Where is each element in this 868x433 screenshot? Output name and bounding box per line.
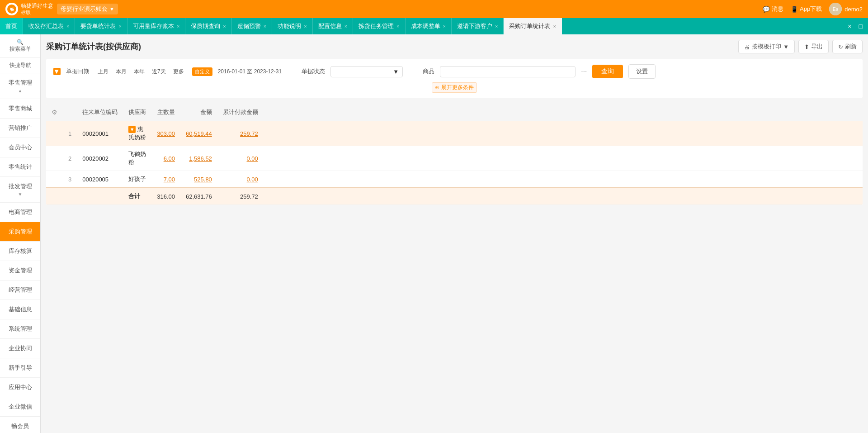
query-button[interactable]: 查询 xyxy=(592,65,623,78)
tab-home[interactable]: 首页 xyxy=(0,18,23,34)
print-button[interactable]: 🖨 按模板打印 ▼ xyxy=(738,40,795,53)
tab-baozhi[interactable]: 保质期查询 × xyxy=(185,18,231,34)
sidebar-item-newbie[interactable]: 新手引导 xyxy=(0,358,40,378)
sidebar-item-operations[interactable]: 经营管理 xyxy=(0,281,40,300)
tab-gongneng[interactable]: 功能说明 × xyxy=(272,18,312,34)
tab-peizhixinxi[interactable]: 配置信息 × xyxy=(313,18,353,34)
cell-supplier: 飞鹤奶粉 xyxy=(123,146,151,171)
tab-shoufacun[interactable]: 收发存汇总表 × xyxy=(23,18,75,34)
close-tab-3[interactable]: × xyxy=(177,24,179,29)
sidebar-search-area[interactable]: 🔍 搜索菜单 xyxy=(0,34,40,58)
tab-chaochu[interactable]: 超储预警 × xyxy=(232,18,272,34)
tab-chengben[interactable]: 成本调整单 × xyxy=(406,18,452,34)
svg-text:Ea: Ea xyxy=(833,7,839,12)
nav-close-btn[interactable]: × xyxy=(846,23,853,30)
expand-more-row: ⊕ 展开更多条件 xyxy=(53,82,855,93)
footer-amount: 62,631.76 xyxy=(180,188,217,205)
goods-input[interactable] xyxy=(440,66,576,77)
gear-icon[interactable]: ⚙ xyxy=(52,109,57,116)
goods-more-btn[interactable]: ··· xyxy=(581,67,587,76)
expand-row-btn[interactable]: ▼ xyxy=(128,126,136,133)
search-menu-button[interactable]: 🔍 搜索菜单 xyxy=(4,39,37,53)
nav-tabs: 首页 收发存汇总表 × 要货单统计表 × 可用量库存账本 × 保质期查询 × 超… xyxy=(0,18,868,34)
cell-amount: 60,519.44 xyxy=(180,121,217,146)
chevron-down-icon-expand: ⊕ xyxy=(435,84,439,90)
filter-row-1: ▶ 单据日期 上月 本月 本年 近7天 更多 自定义 2016-01-01 至 … xyxy=(53,64,855,79)
close-tab-10[interactable]: × xyxy=(495,24,498,29)
sidebar-item-enterprise[interactable]: 企业协同 xyxy=(0,339,40,358)
sidebar-item-ecommerce[interactable]: 电商管理 xyxy=(0,203,40,222)
status-select[interactable]: ▼ xyxy=(330,66,403,77)
top-bar-left: 畅 畅捷通好生意 标版 母婴行业演示账套 ▼ xyxy=(5,3,118,15)
sidebar-item-wholesale[interactable]: 批发管理 ▼ xyxy=(0,177,40,203)
date-last-month[interactable]: 上月 xyxy=(95,67,111,76)
logo-area: 畅 畅捷通好生意 标版 xyxy=(5,3,53,15)
top-bar: 畅 畅捷通好生意 标版 母婴行业演示账套 ▼ 💬 消息 📱 App下载 Ea d… xyxy=(0,0,868,18)
close-tab-7[interactable]: × xyxy=(344,24,347,29)
messages-button[interactable]: 💬 消息 xyxy=(763,5,783,13)
cell-settings xyxy=(46,171,63,188)
date-this-month[interactable]: 本月 xyxy=(113,67,129,76)
search-icon: 🔍 xyxy=(17,39,24,45)
close-tab-4[interactable]: × xyxy=(223,24,226,29)
table-container: ⚙ 往来单位编码 供应商 主数量 金额 累计付款金额 1 00020001 ▼ xyxy=(46,104,863,205)
close-tab-1[interactable]: × xyxy=(66,24,69,29)
cell-code: 00020005 xyxy=(77,171,123,188)
date-this-year[interactable]: 本年 xyxy=(131,67,147,76)
store-selector[interactable]: 母婴行业演示账套 ▼ xyxy=(57,4,118,14)
phone-icon: 📱 xyxy=(791,6,798,13)
sidebar-item-purchase[interactable]: 采购管理 xyxy=(0,222,40,242)
sidebar-item-marketing[interactable]: 营销推广 xyxy=(0,119,40,138)
sidebar-item-member2[interactable]: 畅会员 xyxy=(0,417,40,433)
sidebar-item-system[interactable]: 系统管理 xyxy=(0,319,40,339)
page-content: 采购订单统计表(按供应商) 🖨 按模板打印 ▼ ⬆ 导出 ↻ 刷新 xyxy=(41,34,868,433)
sidebar-item-weixin[interactable]: 企业微信 xyxy=(0,397,40,417)
date-range-text: 2016-01-01 至 2023-12-31 xyxy=(218,68,282,76)
sidebar: 🔍 搜索菜单 快捷导航 零售管理 ▲ 零售商城 营销推广 会员中心 零售统计 批… xyxy=(0,34,41,433)
main-layout: 🔍 搜索菜单 快捷导航 零售管理 ▲ 零售商城 营销推广 会员中心 零售统计 批… xyxy=(0,34,868,433)
sidebar-item-retail-stats[interactable]: 零售统计 xyxy=(0,157,40,177)
close-tab-2[interactable]: × xyxy=(118,24,121,29)
table-footer-row: 合计 316.00 62,631.76 259.72 xyxy=(46,188,863,205)
close-tab-11[interactable]: × xyxy=(553,24,556,29)
expand-more-button[interactable]: ⊕ 展开更多条件 xyxy=(432,82,476,93)
settings-button[interactable]: 设置 xyxy=(628,64,656,79)
logo-icon: 畅 xyxy=(5,3,18,15)
th-supplier: 供应商 xyxy=(123,104,151,121)
close-tab-8[interactable]: × xyxy=(396,24,399,29)
cell-extra xyxy=(264,171,863,188)
nav-maximize-btn[interactable]: □ xyxy=(857,23,864,30)
close-tab-9[interactable]: × xyxy=(443,24,446,29)
date-more[interactable]: 更多 xyxy=(170,67,187,76)
tab-keyongliang[interactable]: 可用量库存账本 × xyxy=(127,18,185,34)
footer-qty: 316.00 xyxy=(151,188,180,205)
user-info[interactable]: Ea demo2 xyxy=(829,3,863,15)
goods-label: 商品 xyxy=(423,67,434,76)
tab-jianhuo[interactable]: 拣货任务管理 × xyxy=(353,18,405,34)
sidebar-item-basic-info[interactable]: 基础信息 xyxy=(0,300,40,319)
sidebar-item-retail-mgmt[interactable]: 零售管理 ▲ xyxy=(0,73,40,99)
tab-yaoqing[interactable]: 邀请下游客户 × xyxy=(452,18,504,34)
sidebar-item-retail-shop[interactable]: 零售商城 xyxy=(0,99,40,119)
sidebar-item-member[interactable]: 会员中心 xyxy=(0,138,40,157)
collapse-toggle[interactable]: ▶ xyxy=(53,68,61,75)
export-button[interactable]: ⬆ 导出 xyxy=(798,40,829,53)
tab-yaohuo[interactable]: 要货单统计表 × xyxy=(75,18,127,34)
sidebar-item-inventory[interactable]: 库存核算 xyxy=(0,242,40,261)
quick-nav-button[interactable]: 快捷导航 xyxy=(0,58,40,73)
close-tab-6[interactable]: × xyxy=(304,24,307,29)
refresh-button[interactable]: ↻ 刷新 xyxy=(832,40,863,53)
th-settings[interactable]: ⚙ xyxy=(46,104,63,121)
date-7days[interactable]: 近7天 xyxy=(149,67,169,76)
sidebar-item-finance[interactable]: 资金管理 xyxy=(0,261,40,281)
date-quick-buttons: 上月 本月 本年 近7天 更多 xyxy=(95,67,187,76)
cell-settings xyxy=(46,146,63,171)
close-tab-5[interactable]: × xyxy=(264,24,266,29)
app-download-button[interactable]: 📱 App下载 xyxy=(791,5,822,13)
status-label: 单据状态 xyxy=(302,67,325,76)
sidebar-item-app-center[interactable]: 应用中心 xyxy=(0,378,40,397)
cell-rownum: 2 xyxy=(63,146,77,171)
cell-amount: 525.80 xyxy=(180,171,217,188)
tab-caigou-active[interactable]: 采购订单统计表 × xyxy=(504,18,561,34)
custom-date-badge[interactable]: 自定义 xyxy=(192,67,212,76)
